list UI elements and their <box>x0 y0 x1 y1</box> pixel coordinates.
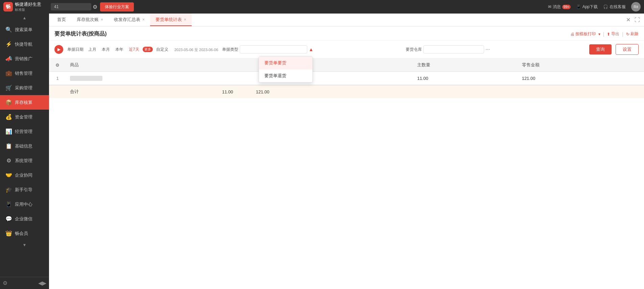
dropdown-item-order-return[interactable]: 要货单退货 <box>259 69 312 82</box>
table-col-quantity: 主数量 <box>413 59 518 72</box>
sidebar-scroll-down[interactable]: ▼ <box>0 241 49 249</box>
cell-product <box>66 72 265 85</box>
preset-this-month[interactable]: 本月 <box>100 46 112 53</box>
phone-icon: 📱 <box>576 4 581 9</box>
tab-inventory-batch-close[interactable]: × <box>101 18 103 22</box>
chevron-down-icon[interactable]: ▾ <box>598 32 600 37</box>
sidebar-footer-settings[interactable]: ⚙ <box>3 280 7 286</box>
more-presets-badge[interactable]: 更多 <box>143 47 153 52</box>
date-label: 单据日期 <box>67 47 84 52</box>
sidebar-label-purchase: 采购管理 <box>15 85 32 91</box>
tab-inventory-batch-label: 库存批次账 <box>77 17 99 23</box>
guide-icon: 🎓 <box>5 186 12 193</box>
online-service-label: 在线客服 <box>610 4 626 10</box>
megaphone-icon: 📣 <box>5 55 12 62</box>
filter-expand-button[interactable]: ▶ <box>54 45 63 54</box>
preset-last-month[interactable]: 上月 <box>86 46 98 53</box>
chart-icon: 📊 <box>5 128 12 135</box>
preset-7days[interactable]: 近7天 <box>127 46 141 53</box>
print-button[interactable]: 🖨 按模板打印 <box>570 31 596 37</box>
tab-close-all-button[interactable]: ✕ <box>625 16 632 24</box>
tab-receive-summary[interactable]: 收发存汇总表 × <box>109 14 150 26</box>
warehouse-label: 要货仓库 <box>406 47 422 52</box>
app-logo: 畅 畅捷通好生意 标准版 <box>3 1 51 12</box>
messages-action[interactable]: ✉ 消息 99+ <box>548 4 571 10</box>
sidebar-item-purchase[interactable]: 🛒 采购管理 <box>0 81 49 95</box>
industry-solution-button[interactable]: 体验行业方案 <box>100 2 134 12</box>
table-col-product: 商品 <box>66 59 265 72</box>
type-dropdown-chevron-up[interactable]: ▲ <box>309 47 313 52</box>
sidebar-item-sales[interactable]: 💼 销售管理 <box>0 66 49 81</box>
crown-icon: 👑 <box>5 230 12 237</box>
tab-inventory-batch[interactable]: 库存批次账 × <box>71 14 109 26</box>
tab-home[interactable]: 首页 <box>52 14 71 26</box>
wechat-icon: 💬 <box>5 216 12 222</box>
date-filter-section: 单据日期 上月 本月 本年 近7天 更多 自定义 <box>67 46 170 53</box>
sidebar-item-member[interactable]: 👑 畅会员 <box>0 226 49 241</box>
cell-index: 1 <box>49 72 66 85</box>
query-button[interactable]: 查询 <box>589 44 612 54</box>
table-col-amount: 零售金额 <box>518 59 644 72</box>
sidebar-item-enterprise-collab[interactable]: 🤝 企业协同 <box>0 168 49 182</box>
refresh-button[interactable]: ↻ 刷新 <box>626 31 639 37</box>
sidebar-item-quick-nav[interactable]: ⚡ 快捷导航 <box>0 37 49 51</box>
sidebar-footer: ⚙ ◀▶ <box>0 277 49 289</box>
type-filter-input[interactable] <box>240 45 307 53</box>
tab-count-selector[interactable]: 41 <box>51 3 91 10</box>
sidebar-item-finance[interactable]: 💰 资金管理 <box>0 110 49 124</box>
sidebar-label-marketing: 营销推广 <box>15 56 32 62</box>
date-range-display: 2023-05-06 至 2023-06-06 <box>174 46 218 52</box>
warehouse-filter-input[interactable] <box>423 45 484 53</box>
app-download-action[interactable]: 📱 App下载 <box>576 4 598 10</box>
sidebar-label-sales: 销售管理 <box>15 70 32 76</box>
set-button[interactable]: 设置 <box>616 44 639 55</box>
preset-custom[interactable]: 自定义 <box>154 46 170 53</box>
sidebar-item-basic-info[interactable]: 📋 基础信息 <box>0 139 49 153</box>
sidebar-item-enterprise-wechat[interactable]: 💬 企业微信 <box>0 212 49 226</box>
sidebar-item-new-guide[interactable]: 🎓 新手引导 <box>0 182 49 197</box>
top-bar-actions: ✉ 消息 99+ 📱 App下载 🎧 在线客服 Rit <box>548 2 641 12</box>
page-title: 要货单统计表(按商品) <box>54 30 107 38</box>
tab-order-stats[interactable]: 要货单统计表 × <box>150 14 192 26</box>
table-container: ⚙ 商品 主计量单位 主数量 零售金额 1 <box>49 59 644 85</box>
export-button[interactable]: ⬆ 导出 <box>607 31 619 37</box>
table-settings-icon[interactable]: ⚙ <box>55 63 59 68</box>
sidebar-label-app-center: 应用中心 <box>15 201 32 207</box>
sidebar: ▲ 🔍 搜索菜单 ⚡ 快捷导航 📣 营销推广 💼 销售管理 🛒 采购管理 📦 库… <box>0 14 49 289</box>
sidebar-label-new-guide: 新手引导 <box>15 187 32 193</box>
dropdown-item-order-request[interactable]: 要货单要货 <box>259 57 312 69</box>
sidebar-label-finance: 资金管理 <box>15 114 32 120</box>
sidebar-item-inventory[interactable]: 📦 库存核算 <box>0 95 49 110</box>
date-range-text: 2023-05-06 至 2023-06-06 <box>174 48 218 52</box>
divider-1: | <box>603 31 604 37</box>
sidebar-item-app-center[interactable]: 📱 应用中心 <box>0 197 49 212</box>
totals-quantity: 11.00 <box>222 89 256 94</box>
sidebar-scroll-up[interactable]: ▲ <box>0 14 49 22</box>
lightning-icon: ⚡ <box>5 41 12 47</box>
online-service-action[interactable]: 🎧 在线客服 <box>603 4 626 10</box>
page-header-actions: 🖨 按模板打印 ▾ | ⬆ 导出 | ↻ 刷新 <box>570 31 639 37</box>
totals-row: 合计 11.00 121.00 <box>49 85 644 98</box>
sidebar-label-operations: 经营管理 <box>15 129 32 135</box>
sidebar-item-system[interactable]: ⚙ 系统管理 <box>0 153 49 168</box>
sidebar-footer-collapse[interactable]: ◀▶ <box>38 280 46 286</box>
tab-maximize-button[interactable]: ⛶ <box>633 16 641 24</box>
sidebar-item-marketing[interactable]: 📣 营销推广 <box>0 51 49 66</box>
sidebar-item-search[interactable]: 🔍 搜索菜单 <box>0 22 49 37</box>
app-download-label: App下载 <box>582 4 598 10</box>
divider-2: | <box>622 31 623 37</box>
settings-gear-button[interactable]: ⚙ <box>93 4 97 10</box>
tab-order-stats-close[interactable]: × <box>184 18 186 22</box>
refresh-icon: ↻ <box>626 32 629 37</box>
sidebar-label-system: 系统管理 <box>15 158 32 164</box>
tab-receive-summary-close[interactable]: × <box>142 18 145 22</box>
sidebar-item-operations[interactable]: 📊 经营管理 <box>0 124 49 139</box>
tab-home-label: 首页 <box>57 17 66 23</box>
sidebar-label-inventory: 库存核算 <box>15 99 32 106</box>
warehouse-more-icon[interactable]: ··· <box>485 46 490 52</box>
preset-this-year[interactable]: 本年 <box>113 46 125 53</box>
table-col-settings: ⚙ <box>49 59 66 72</box>
user-avatar[interactable]: Rit <box>631 2 641 12</box>
apps-icon: 📱 <box>5 201 12 207</box>
print-icon: 🖨 <box>570 32 574 37</box>
